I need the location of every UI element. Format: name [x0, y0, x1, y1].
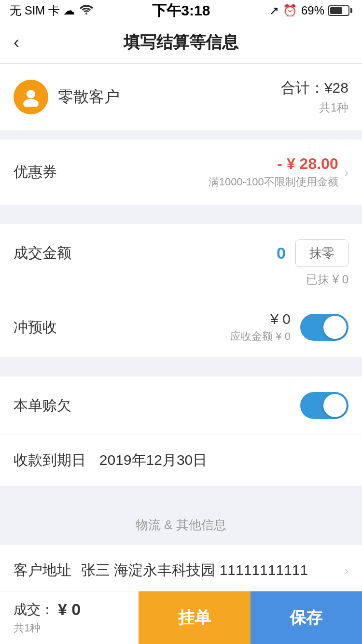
bottom-count: 共1种: [14, 621, 125, 635]
advance-toggle-knob: [323, 316, 347, 339]
transaction-card: 成交金额 0 抹零 已抹 ¥ 0 冲预收 ¥ 0 应收金额 ¥ 0: [0, 224, 362, 357]
section-separator-3: [0, 495, 362, 505]
logistics-line-left: [14, 525, 126, 525]
address-label: 客户地址: [14, 560, 71, 580]
save-button[interactable]: 保存: [251, 591, 362, 644]
amount-right: 0 抹零: [277, 239, 348, 267]
debt-toggle[interactable]: [300, 392, 348, 419]
nav-bar: ‹ 填写结算等信息: [0, 21, 362, 64]
transaction-value: 0: [277, 244, 286, 263]
coupon-row[interactable]: 优惠券 - ¥ 28.00 满1000-100不限制使用金额 ›: [0, 140, 362, 205]
status-left: 无 SIM 卡 ☁: [10, 3, 93, 18]
customer-card: 零散客户 合计：¥28 共1种: [0, 64, 362, 130]
svg-point-1: [23, 99, 39, 107]
duedate-row: 收款到期日 2019年12月30日: [0, 434, 362, 486]
bottom-deal-amount: ¥ 0: [58, 600, 81, 619]
debt-toggle-knob: [323, 394, 347, 417]
debt-label: 本单赊欠: [14, 396, 71, 416]
back-button[interactable]: ‹: [14, 32, 19, 53]
section-separator-2: [0, 367, 362, 377]
status-right: ↗ ⏰ 69%: [269, 4, 352, 17]
location-icon: ↗: [269, 4, 279, 17]
advance-right: ¥ 0 应收金额 ¥ 0: [230, 311, 348, 344]
advance-sub-amount: 应收金额 ¥ 0: [230, 329, 291, 344]
bottom-bar: 成交： ¥ 0 共1种 挂单 保存: [0, 591, 362, 644]
debt-row: 本单赊欠: [0, 377, 362, 434]
advance-row: 冲预收 ¥ 0 应收金额 ¥ 0: [0, 297, 362, 357]
status-bar: 无 SIM 卡 ☁ 下午3:18 ↗ ⏰ 69%: [0, 0, 362, 21]
duedate-value: 2019年12月30日: [99, 452, 207, 468]
battery-icon: [328, 5, 352, 16]
bottom-deal-label: 成交：: [14, 601, 54, 619]
debt-card: 本单赊欠 收款到期日 2019年12月30日: [0, 377, 362, 486]
battery-pct: 69%: [301, 4, 324, 17]
bottom-summary: 成交： ¥ 0 共1种: [0, 600, 139, 635]
logistics-line-right: [236, 525, 348, 525]
total-amount: 合计：¥28: [281, 78, 348, 98]
coupon-card[interactable]: 优惠券 - ¥ 28.00 满1000-100不限制使用金额 ›: [0, 140, 362, 205]
status-time: 下午3:18: [152, 1, 210, 21]
advance-main-amount: ¥ 0: [230, 311, 291, 327]
round-button[interactable]: 抹零: [295, 239, 348, 267]
advance-toggle[interactable]: [300, 314, 348, 341]
logistics-header: 物流 & 其他信息: [0, 505, 362, 545]
wifi-icon: [80, 4, 93, 17]
bottom-deal: 成交： ¥ 0: [14, 600, 125, 619]
transaction-label: 成交金额: [14, 243, 71, 263]
hang-button[interactable]: 挂单: [139, 591, 250, 644]
section-separator-1: [0, 214, 362, 224]
duedate-label: 收款到期日: [14, 452, 86, 468]
customer-right: 合计：¥28 共1种: [281, 78, 348, 115]
coupon-chevron-icon: ›: [344, 165, 348, 180]
transaction-amount-row: 成交金额 0 抹零: [0, 224, 362, 272]
content: 零散客户 合计：¥28 共1种 优惠券 - ¥ 28.00 满1000-100不…: [0, 64, 362, 644]
address-chevron-icon: ›: [344, 563, 348, 578]
avatar: [14, 80, 48, 114]
alarm-icon: ⏰: [283, 4, 297, 17]
address-card[interactable]: 客户地址 张三 海淀永丰科技园 11111111111 ›: [0, 545, 362, 596]
advance-amounts: ¥ 0 应收金额 ¥ 0: [230, 311, 291, 344]
transaction-sub: 已抹 ¥ 0: [0, 272, 362, 297]
advance-label: 冲预收: [14, 318, 57, 337]
customer-row: 零散客户 合计：¥28 共1种: [0, 64, 362, 130]
coupon-amount: - ¥ 28.00: [209, 155, 338, 173]
customer-left: 零散客户: [14, 80, 120, 114]
page-title: 填写结算等信息: [124, 31, 238, 54]
coupon-right: - ¥ 28.00 满1000-100不限制使用金额 ›: [209, 155, 348, 189]
total-count: 共1种: [281, 100, 348, 115]
no-sim-label: 无 SIM 卡 ☁: [10, 3, 75, 18]
coupon-label: 优惠券: [14, 162, 57, 182]
customer-name: 零散客户: [58, 86, 120, 108]
logistics-label: 物流 & 其他信息: [136, 517, 226, 533]
svg-point-0: [27, 90, 35, 98]
address-value: 张三 海淀永丰科技园 11111111111: [81, 560, 342, 580]
coupon-description: 满1000-100不限制使用金额: [209, 175, 338, 189]
